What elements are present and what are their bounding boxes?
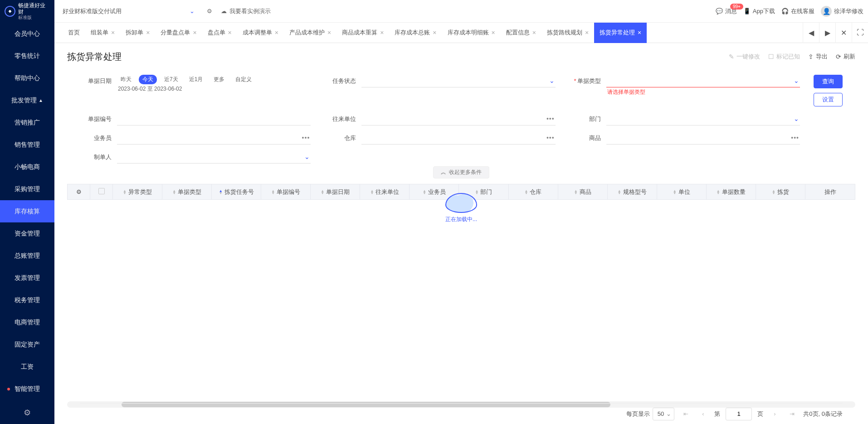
sidebar-settings-icon[interactable]: ⚙: [0, 401, 54, 424]
col-1[interactable]: ▲▼单据类型: [162, 184, 212, 200]
pager-first-icon[interactable]: ⇤: [680, 408, 692, 420]
support-button[interactable]: 🎧 在线客服: [781, 7, 814, 15]
warehouse-input[interactable]: [361, 132, 555, 145]
close-icon[interactable]: ×: [585, 29, 589, 36]
product-name: 好业财标准版交付试用: [63, 7, 122, 15]
settings-button[interactable]: 设置: [814, 93, 843, 106]
tab-2[interactable]: 拆卸单×: [120, 23, 155, 43]
tab-4[interactable]: 盘点单×: [202, 23, 237, 43]
close-icon[interactable]: ×: [228, 29, 232, 36]
user-menu[interactable]: 👤 徐泽华修改: [821, 6, 863, 17]
sidebar-item-7[interactable]: 采购管理: [0, 178, 54, 200]
sidebar-item-16[interactable]: 智能管理: [0, 378, 54, 400]
sidebar-item-6[interactable]: 小畅电商: [0, 156, 54, 178]
col-8[interactable]: ▲▼仓库: [508, 184, 558, 200]
col-3[interactable]: ▲▼单据编号: [261, 184, 311, 200]
sidebar-item-label: 销售管理: [15, 141, 40, 149]
refresh-button[interactable]: ⟳刷新: [836, 53, 855, 61]
export-button[interactable]: ⇪导出: [808, 53, 828, 61]
creator-input[interactable]: [117, 151, 311, 164]
col-12[interactable]: ▲▼单据数量: [706, 184, 756, 200]
tab-5[interactable]: 成本调整单×: [237, 23, 284, 43]
close-icon[interactable]: ×: [380, 29, 384, 36]
sidebar-item-10[interactable]: 总账管理: [0, 245, 54, 267]
close-icon[interactable]: ×: [433, 29, 436, 36]
close-icon[interactable]: ×: [532, 29, 536, 36]
sidebar-item-4[interactable]: 营销推广: [0, 111, 54, 134]
sidebar-item-14[interactable]: 固定资产: [0, 333, 54, 356]
sidebar-item-2[interactable]: 帮助中心: [0, 67, 54, 89]
demo-link[interactable]: ☁ 我要看实例演示: [221, 7, 271, 15]
sidebar-item-11[interactable]: 发票管理: [0, 267, 54, 289]
pager-last-icon[interactable]: ⇥: [786, 408, 798, 420]
gear-icon[interactable]: ⚙: [205, 6, 215, 16]
page-size-select[interactable]: 50: [653, 408, 674, 420]
col-10[interactable]: ▲▼规格型号: [607, 184, 657, 200]
collapse-filters-button[interactable]: ︽ 收起更多条件: [433, 166, 489, 178]
sidebar-item-17[interactable]: 经营管理: [0, 400, 54, 401]
sidebar-item-13[interactable]: 电商管理: [0, 311, 54, 333]
tab-6[interactable]: 产品成本维护×: [284, 23, 336, 43]
dept-input[interactable]: [606, 113, 800, 125]
sidebar-item-8[interactable]: 库存核算: [0, 200, 54, 222]
tab-0[interactable]: 首页: [63, 23, 85, 43]
tab-8[interactable]: 库存成本总账×: [389, 23, 442, 43]
product-selector[interactable]: 好业财标准版交付试用 ⌄: [59, 5, 198, 17]
close-icon[interactable]: ×: [193, 29, 196, 36]
col-2[interactable]: ▲▼拣货任务号: [212, 184, 261, 200]
table-wrap: ⚙▲▼异常类型▲▼单据类型▲▼拣货任务号▲▼单据编号▲▼单据日期▲▼往来单位▲▼…: [67, 184, 855, 424]
close-icon[interactable]: ×: [638, 29, 641, 36]
sidebar-item-9[interactable]: 资金管理: [0, 222, 54, 245]
date-opt-更多[interactable]: 更多: [210, 75, 228, 84]
page-number-input[interactable]: [726, 408, 752, 420]
date-opt-近1月[interactable]: 近1月: [185, 75, 207, 84]
doc-no-input[interactable]: [117, 113, 311, 125]
tab-12[interactable]: 拣货异常处理×: [594, 23, 647, 43]
date-opt-近7天[interactable]: 近7天: [161, 75, 182, 84]
sales-input[interactable]: [117, 132, 311, 145]
column-settings[interactable]: ⚙: [68, 184, 90, 200]
tab-11[interactable]: 拣货路线规划×: [541, 23, 594, 43]
tabs-prev-icon[interactable]: ◀: [803, 23, 819, 43]
col-5[interactable]: ▲▼往来单位: [360, 184, 410, 200]
pager-next-icon[interactable]: ›: [769, 408, 780, 420]
tab-1[interactable]: 组装单×: [85, 23, 120, 43]
sidebar-item-label: 电商管理: [15, 318, 40, 327]
sidebar-item-5[interactable]: 销售管理: [0, 134, 54, 156]
tab-10[interactable]: 配置信息×: [501, 23, 541, 43]
col-13[interactable]: ▲▼拣货: [756, 184, 805, 200]
tab-3[interactable]: 分量盘点单×: [155, 23, 202, 43]
partner-input[interactable]: [361, 113, 555, 125]
query-button[interactable]: 查询: [814, 75, 843, 88]
close-icon[interactable]: ×: [146, 29, 150, 36]
tab-9[interactable]: 库存成本明细账×: [442, 23, 501, 43]
tab-7[interactable]: 商品成本重算×: [336, 23, 389, 43]
task-status-input[interactable]: [361, 75, 555, 87]
date-opt-今天[interactable]: 今天: [139, 75, 157, 84]
doc-type-input[interactable]: [606, 75, 800, 87]
date-opt-自定义[interactable]: 自定义: [232, 75, 255, 84]
col-0[interactable]: ▲▼异常类型: [113, 184, 162, 200]
tabs-fullscreen-icon[interactable]: ⛶: [852, 23, 868, 43]
close-icon[interactable]: ×: [327, 29, 331, 36]
field-date: 单据日期 昨天今天近7天近1月更多自定义 2023-06-02 至 2023-0…: [80, 75, 311, 106]
messages-button[interactable]: 💬 消息 99+: [716, 7, 737, 15]
sidebar-item-1[interactable]: 零售统计: [0, 45, 54, 67]
pager-prev-icon[interactable]: ‹: [697, 408, 709, 420]
tabs-next-icon[interactable]: ▶: [819, 23, 835, 43]
tabs-close-icon[interactable]: ✕: [835, 23, 852, 43]
sidebar-item-12[interactable]: 税务管理: [0, 289, 54, 311]
col-4[interactable]: ▲▼单据日期: [311, 184, 360, 200]
close-icon[interactable]: ×: [111, 29, 115, 36]
product-input[interactable]: [606, 132, 800, 145]
sidebar-item-15[interactable]: 工资: [0, 356, 54, 378]
col-11[interactable]: ▲▼单位: [657, 184, 706, 200]
select-all[interactable]: [90, 184, 113, 200]
sidebar-item-0[interactable]: 会员中心: [0, 23, 54, 45]
close-icon[interactable]: ×: [492, 29, 495, 36]
app-download-button[interactable]: 📱 App下载: [743, 7, 775, 15]
sidebar-item-3[interactable]: 批发管理▲: [0, 89, 54, 111]
date-opt-昨天[interactable]: 昨天: [117, 75, 135, 84]
col-9[interactable]: ▲▼商品: [558, 184, 607, 200]
close-icon[interactable]: ×: [275, 29, 278, 36]
